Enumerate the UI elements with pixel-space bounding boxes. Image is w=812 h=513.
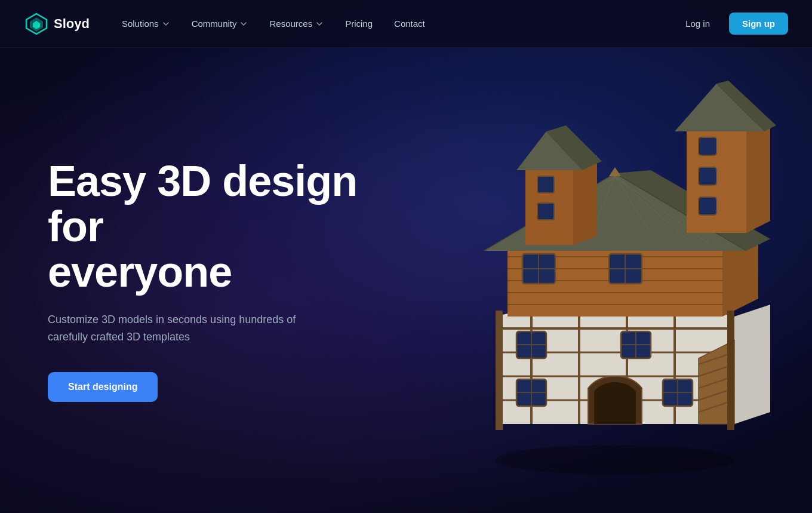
hero-section: Easy 3D design for everyone Customize 3D… bbox=[0, 0, 812, 513]
hero-title: Easy 3D design for everyone bbox=[48, 159, 358, 294]
chevron-down-icon bbox=[162, 20, 170, 28]
hero-subtitle: Customize 3D models in seconds using hun… bbox=[48, 311, 322, 346]
navbar: Sloyd Solutions Community Resources bbox=[0, 0, 812, 48]
start-designing-button[interactable]: Start designing bbox=[48, 372, 158, 402]
nav-resources[interactable]: Resources bbox=[261, 14, 332, 33]
hero-title-line2: everyone bbox=[48, 248, 232, 296]
svg-rect-38 bbox=[699, 167, 716, 185]
nav-pricing[interactable]: Pricing bbox=[337, 14, 381, 33]
logo-text: Sloyd bbox=[54, 16, 90, 32]
svg-marker-6 bbox=[734, 305, 770, 424]
svg-marker-34 bbox=[746, 119, 770, 233]
svg-rect-44 bbox=[537, 176, 554, 193]
logo[interactable]: Sloyd bbox=[24, 11, 90, 36]
hero-title-line1: Easy 3D design for bbox=[48, 157, 357, 250]
nav-contact-label: Contact bbox=[394, 19, 425, 29]
building-illustration bbox=[412, 78, 812, 484]
svg-rect-45 bbox=[537, 203, 554, 220]
svg-rect-37 bbox=[699, 137, 716, 155]
navbar-left: Sloyd Solutions Community Resources bbox=[24, 11, 433, 36]
nav-community-label: Community bbox=[192, 19, 237, 29]
nav-resources-label: Resources bbox=[269, 19, 312, 29]
svg-rect-39 bbox=[699, 197, 716, 215]
chevron-down-icon bbox=[239, 20, 248, 28]
nav-pricing-label: Pricing bbox=[345, 19, 373, 29]
chevron-down-icon bbox=[315, 20, 324, 28]
nav-community[interactable]: Community bbox=[183, 14, 257, 33]
svg-point-3 bbox=[496, 445, 734, 475]
hero-content: Easy 3D design for everyone Customize 3D… bbox=[0, 159, 358, 401]
nav-solutions[interactable]: Solutions bbox=[113, 14, 179, 33]
nav-solutions-label: Solutions bbox=[122, 19, 159, 29]
navbar-right: Log in Sign up bbox=[676, 13, 788, 35]
logo-icon bbox=[24, 11, 49, 36]
svg-marker-72 bbox=[609, 167, 621, 176]
svg-rect-71 bbox=[727, 311, 734, 430]
login-button[interactable]: Log in bbox=[676, 14, 719, 33]
nav-contact[interactable]: Contact bbox=[386, 14, 433, 33]
hero-visual bbox=[406, 48, 812, 513]
svg-rect-70 bbox=[496, 311, 503, 430]
signup-button[interactable]: Sign up bbox=[729, 13, 788, 35]
nav-links: Solutions Community Resources Pricing bbox=[113, 14, 433, 33]
